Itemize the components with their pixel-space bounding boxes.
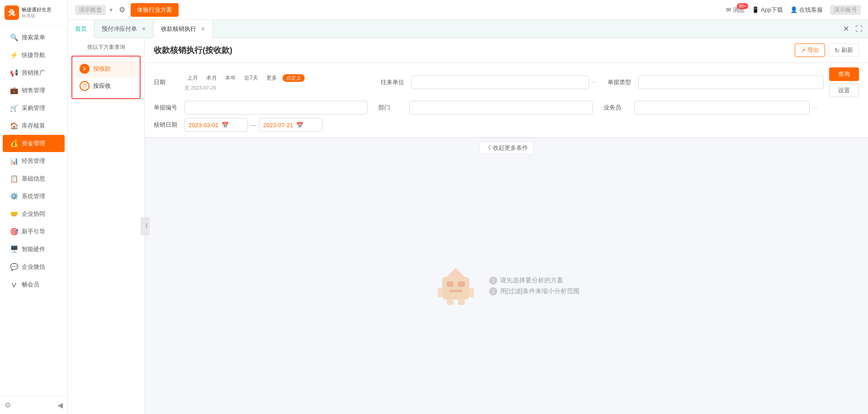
empty-illustration: [433, 263, 478, 309]
empty-num-1: 1: [489, 276, 497, 285]
dept-field: [409, 101, 592, 114]
quick-date-this-month[interactable]: 本月: [203, 73, 220, 83]
svg-rect-2: [458, 281, 465, 287]
sidebar-item-label: 搜索菜单: [22, 33, 45, 42]
sidebar-item-guide[interactable]: 🎯 新手引导: [3, 223, 65, 240]
settings-icon[interactable]: ⚙: [119, 5, 125, 14]
app-download-btn[interactable]: 📱 App下载: [752, 6, 783, 14]
filter-collapse-btn[interactable]: 《: [141, 217, 150, 235]
tab-home-label: 首页: [75, 25, 87, 33]
quick-nav-icon: ⚡: [10, 51, 18, 59]
guide-icon: 🎯: [10, 228, 18, 236]
tab-prepay[interactable]: 预付冲应付单 ✕: [94, 20, 154, 38]
dept-select[interactable]: [409, 101, 592, 114]
refresh-icon: ↻: [835, 47, 840, 54]
tab-close-all-icon[interactable]: ✕: [841, 24, 851, 34]
export-btn[interactable]: ↗ 导出: [795, 43, 825, 57]
page-actions: ↗ 导出 ↻ 刷新: [795, 43, 859, 57]
date-field: 上月 本月 本年 近7天 更多 自定义 至 2023-07-26: [184, 73, 370, 91]
empty-text: 1 请先选择要分析的方案 2 用[过滤]条件来缩小分析范围: [489, 274, 580, 298]
sidebar-item-sales[interactable]: 💼 销售管理: [3, 82, 65, 99]
chevron-up-icon: 《: [485, 144, 491, 152]
tab-prepay-close-icon[interactable]: ✕: [142, 26, 146, 32]
search-menu-icon: 🔍: [10, 33, 18, 42]
sidebar-item-basic-info[interactable]: 📋 基础信息: [3, 170, 65, 187]
tab-writeoff[interactable]: 收款核销执行 ✕: [154, 20, 213, 38]
app-download-label: App下载: [761, 6, 783, 14]
svg-rect-1: [447, 281, 453, 287]
tab-expand-icon[interactable]: ⛶: [854, 24, 864, 34]
sidebar-item-label: 经营管理: [22, 157, 45, 165]
sidebar-item-wechat[interactable]: 💬 企业微信: [3, 258, 65, 276]
search-form-row1: 日期 上月 本月 本年 近7天 更多 自定义 至 2023-07-26 往来单位: [145, 63, 868, 97]
counterparty-field: ···: [411, 76, 597, 89]
refresh-label: 刷新: [841, 46, 853, 54]
user-name[interactable]: 演示账号: [830, 5, 861, 15]
online-service-btn[interactable]: 👤 在线客服: [790, 6, 823, 14]
sidebar-item-label: 畅会员: [22, 281, 39, 289]
receipt-icon: ¥: [80, 64, 90, 74]
doc-number-label: 单据编号: [154, 104, 179, 112]
sidebar-item-search[interactable]: 🔍 搜索菜单: [3, 29, 65, 46]
collapse-conditions-btn[interactable]: 《 收起更多条件: [479, 142, 534, 154]
query-btn[interactable]: 查询: [829, 67, 859, 81]
staff-more-icon[interactable]: ···: [811, 104, 817, 112]
sidebar-item-label: 企业协同: [22, 210, 45, 218]
svg-rect-6: [469, 288, 474, 297]
company-selector[interactable]: 演示账套 ▼: [75, 5, 113, 15]
app-logo-icon: 兔: [5, 5, 19, 20]
quick-date-custom[interactable]: 自定义: [283, 74, 305, 82]
settings-btn[interactable]: 设置: [829, 84, 859, 97]
tab-writeoff-close-icon[interactable]: ✕: [201, 26, 205, 32]
filter-option-label: 按应收: [93, 82, 111, 90]
message-badge: 99+: [737, 3, 748, 9]
date-no-limit-to: 至 2023-07-26: [184, 85, 370, 91]
filter-panel: 按以下方案查询 ¥ 按收款 ⏱ 按应收 《: [68, 38, 145, 414]
sidebar-item-marketing[interactable]: 📢 营销推广: [3, 64, 65, 81]
company-chevron-icon: ▼: [108, 7, 113, 13]
doc-number-input[interactable]: [184, 101, 368, 114]
content-area: 按以下方案查询 ¥ 按收款 ⏱ 按应收 《 收款核销执行(按收款): [68, 38, 868, 414]
writeoff-end-date: 2023-07-21: [263, 122, 293, 128]
writeoff-date-end-input[interactable]: 2023-07-21 📅: [259, 118, 322, 132]
quick-date-more[interactable]: 更多: [264, 73, 280, 83]
svg-rect-3: [449, 290, 462, 292]
tab-home[interactable]: 首页: [68, 20, 94, 38]
service-icon: 👤: [790, 6, 797, 13]
finance-icon: 💰: [10, 139, 18, 148]
counterparty-input[interactable]: [411, 76, 589, 89]
receivable-icon: ⏱: [80, 81, 90, 91]
doc-type-select[interactable]: [638, 76, 824, 89]
writeoff-date-start-input[interactable]: 2023-03-01 📅: [184, 118, 248, 132]
sidebar-item-label: 企业微信: [22, 263, 45, 271]
sidebar-item-operations[interactable]: 📊 经营管理: [3, 152, 65, 170]
sidebar-item-enterprise[interactable]: 🤝 企业协同: [3, 205, 65, 223]
quick-date-7days[interactable]: 近7天: [241, 73, 261, 83]
sidebar-collapse-icon[interactable]: ◀: [57, 401, 63, 409]
sidebar-bottom: ⚙ ◀: [0, 396, 67, 414]
sidebar-item-purchase[interactable]: 🛒 采购管理: [3, 100, 65, 117]
sidebar-settings-icon[interactable]: ⚙: [5, 401, 11, 409]
sidebar-item-label: 库存核算: [22, 122, 45, 130]
app-edition: 标准版: [22, 13, 52, 19]
quick-date-this-year[interactable]: 本年: [222, 73, 239, 83]
sidebar-item-inventory[interactable]: 🏠 库存核算: [3, 117, 65, 134]
sidebar-item-hardware[interactable]: 🖥️ 智能硬件: [3, 241, 65, 258]
counterparty-more-icon[interactable]: ···: [591, 78, 597, 86]
filter-option-label: 按收款: [93, 65, 111, 73]
refresh-btn[interactable]: ↻ 刷新: [829, 43, 859, 57]
search-form-row2: 单据编号 部门 业务员 ···: [145, 97, 868, 114]
sidebar-item-member[interactable]: V 畅会员: [3, 276, 65, 293]
sidebar-item-system[interactable]: ⚙️ 系统管理: [3, 188, 65, 205]
message-btn[interactable]: ✉ 消息 99+: [726, 6, 745, 14]
marketing-icon: 📢: [10, 69, 18, 77]
solution-btn[interactable]: 体验行业方案: [131, 3, 179, 17]
sidebar-item-quick-nav[interactable]: ⚡ 快捷导航: [3, 47, 65, 64]
quick-date-last-month[interactable]: 上月: [184, 73, 201, 83]
filter-option-by-receivable[interactable]: ⏱ 按应收: [75, 77, 137, 95]
staff-input[interactable]: [634, 101, 810, 114]
sidebar-item-finance[interactable]: 💰 资金管理: [3, 135, 65, 152]
svg-rect-0: [442, 277, 469, 300]
filter-option-by-receipt[interactable]: ¥ 按收款: [75, 60, 137, 77]
empty-hint-1: 请先选择要分析的方案: [500, 276, 563, 285]
